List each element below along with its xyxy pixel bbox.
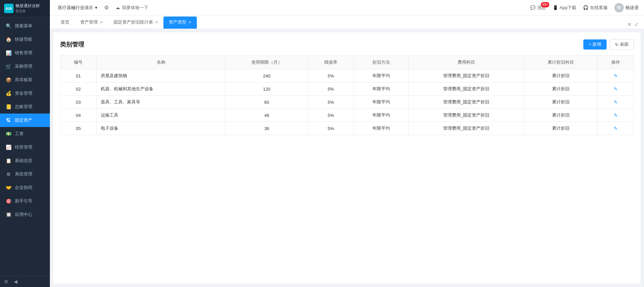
sidebar-item-ledger[interactable]: 📒 总账管理 <box>0 100 50 114</box>
sidebar-item-label: 系统管理 <box>15 171 32 177</box>
tab-label-depreciation-report: 固定资产折旧统计表 <box>114 19 153 25</box>
cell-cost-account: 管理费用_固定资产折旧 <box>408 96 524 109</box>
sidebar-item-label: 基础信息 <box>15 158 32 164</box>
sidebar-item-label: 资金管理 <box>15 90 32 96</box>
cell-name: 机器、机械和其他生产设备 <box>96 83 225 96</box>
cell-cost-account: 管理费用_固定资产折旧 <box>408 122 524 135</box>
cell-residual: 5% <box>308 122 354 135</box>
sidebar-item-label: 库存核算 <box>15 77 32 83</box>
messages-btn[interactable]: 💬 消息 99+ <box>530 5 546 11</box>
cell-residual: 5% <box>308 69 354 83</box>
tab-asset-mgmt[interactable]: 资产管理✕ <box>75 17 108 29</box>
cell-accum-account: 累计折旧 <box>524 83 597 96</box>
quick-nav-icon: 🏠 <box>5 36 11 42</box>
cell-months: 120 <box>225 83 308 96</box>
cell-actions[interactable]: ✎ <box>597 83 634 96</box>
online-service-btn[interactable]: 🎧 在线客服 <box>583 5 608 11</box>
cell-residual: 5% <box>308 83 354 96</box>
sidebar: AtA 畅捷通好业财 普及版 🔍 搜索菜单 🏠 快捷导航 📊 销售管理 🛒 采购… <box>0 0 50 287</box>
edit-icon[interactable]: ✎ <box>614 99 618 105</box>
topbar: 医疗器械行业演示 ▾ ⚙ ☁ 我要体验一下 💬 消息 99+ 📱 App下载 🎧… <box>50 0 644 15</box>
cell-id: 02 <box>60 83 97 96</box>
sidebar-item-purchase[interactable]: 🛒 采购管理 <box>0 60 50 73</box>
message-badge: 99+ <box>541 2 549 7</box>
cell-actions[interactable]: ✎ <box>597 69 634 83</box>
cell-name: 器具、工具、家具等 <box>96 96 225 109</box>
cell-accum-account: 累计折旧 <box>524 122 597 135</box>
ledger-icon: 📒 <box>5 104 11 110</box>
purchase-icon: 🛒 <box>5 63 11 69</box>
funds-icon: 💰 <box>5 90 11 96</box>
sidebar-item-payroll[interactable]: 💵 工资 <box>0 127 50 140</box>
main-content: 医疗器械行业演示 ▾ ⚙ ☁ 我要体验一下 💬 消息 99+ 📱 App下载 🎧… <box>50 0 644 287</box>
sidebar-item-enterprise[interactable]: 🤝 企业协同 <box>0 181 50 194</box>
sales-icon: 📊 <box>5 50 11 56</box>
cell-months: 240 <box>225 69 308 83</box>
sidebar-item-label: 搜索菜单 <box>15 23 32 29</box>
avatar: 畅 <box>614 3 624 12</box>
collapse-icon[interactable]: ◀ <box>14 279 18 284</box>
headset-icon: 🎧 <box>583 5 588 10</box>
experience-btn[interactable]: ☁ 我要体验一下 <box>116 5 148 11</box>
tab-label-asset-type: 资产类型 <box>169 19 186 25</box>
sidebar-item-apps[interactable]: 🔲 应用中心 <box>0 208 50 221</box>
sidebar-item-label: 企业协同 <box>15 185 32 191</box>
header-actions: + 新增 ↻ 刷新 <box>583 39 634 50</box>
cell-cost-account: 管理费用_固定资产折旧 <box>408 69 524 83</box>
tab-depreciation-report[interactable]: 固定资产折旧统计表✕ <box>108 17 163 29</box>
sidebar-item-basic-info[interactable]: 📋 基础信息 <box>0 154 50 167</box>
table-row: 05 电子设备 36 5% 年限平均 管理费用_固定资产折旧 累计折旧 ✎ <box>60 122 634 135</box>
company-selector[interactable]: 医疗器械行业演示 ▾ <box>55 3 100 12</box>
cell-months: 36 <box>225 122 308 135</box>
maximize-window-icon[interactable]: ⤢ <box>634 22 639 27</box>
edit-icon[interactable]: ✎ <box>614 73 618 78</box>
tab-home[interactable]: 首页 <box>55 17 75 29</box>
cell-actions[interactable]: ✎ <box>597 109 634 122</box>
inventory-icon: 📦 <box>5 77 11 83</box>
table-row: 01 房屋及建筑物 240 5% 年限平均 管理费用_固定资产折旧 累计折旧 ✎ <box>60 69 634 83</box>
refresh-button[interactable]: ↻ 刷新 <box>610 39 634 50</box>
table-header: 名称 <box>96 56 225 69</box>
close-tab-asset-mgmt[interactable]: ✕ <box>100 21 103 24</box>
sidebar-item-guide[interactable]: 🎯 新手引导 <box>0 194 50 208</box>
enterprise-icon: 🤝 <box>5 185 11 191</box>
settings-icon[interactable]: ⚙ <box>4 279 8 284</box>
table-header: 累计折旧科目 <box>524 56 597 69</box>
close-tab-asset-type[interactable]: ✕ <box>188 21 191 24</box>
sidebar-item-quick-nav[interactable]: 🏠 快捷导航 <box>0 33 50 46</box>
sidebar-item-sales[interactable]: 📊 销售管理 <box>0 46 50 60</box>
sidebar-item-search[interactable]: 🔍 搜索菜单 <box>0 19 50 33</box>
sidebar-item-inventory[interactable]: 📦 库存核算 <box>0 73 50 87</box>
close-window-icon[interactable]: ✕ <box>627 22 632 27</box>
table-header: 费用科目 <box>408 56 524 69</box>
sidebar-item-funds[interactable]: 💰 资金管理 <box>0 87 50 100</box>
cell-actions[interactable]: ✎ <box>597 122 634 135</box>
sidebar-item-fixed-assets[interactable]: 🏗 固定资产 <box>0 114 50 127</box>
table-header: 残值率 <box>308 56 354 69</box>
edit-icon[interactable]: ✎ <box>614 86 618 92</box>
app-download-btn[interactable]: 📱 App下载 <box>553 5 576 11</box>
cell-id: 05 <box>60 122 97 135</box>
asset-type-table: 编号名称使用期限（月）残值率折旧方法费用科目累计折旧科目操作 01 房屋及建筑物… <box>60 55 634 135</box>
fixed-assets-icon: 🏗 <box>5 117 11 123</box>
close-tab-depreciation-report[interactable]: ✕ <box>155 21 158 24</box>
sidebar-item-operations[interactable]: 📈 经营管理 <box>0 140 50 154</box>
settings-icon[interactable]: ⚙ <box>104 4 109 11</box>
tab-label-asset-mgmt: 资产管理 <box>80 19 98 25</box>
user-menu[interactable]: 畅 畅捷通 <box>614 3 639 12</box>
cell-method: 年限平均 <box>354 109 408 122</box>
system-icon: ⚙ <box>5 171 11 177</box>
edit-icon[interactable]: ✎ <box>614 113 618 118</box>
cloud-icon: ☁ <box>116 5 120 10</box>
new-button[interactable]: + 新增 <box>583 39 607 50</box>
cell-name: 房屋及建筑物 <box>96 69 225 83</box>
window-controls: ✕ ⤢ <box>627 22 639 29</box>
search-icon: 🔍 <box>5 23 11 29</box>
sidebar-item-system[interactable]: ⚙ 系统管理 <box>0 167 50 181</box>
tab-asset-type[interactable]: 资产类型✕ <box>163 17 197 29</box>
payroll-icon: 💵 <box>5 131 11 137</box>
edit-icon[interactable]: ✎ <box>614 126 618 131</box>
sidebar-nav: 🔍 搜索菜单 🏠 快捷导航 📊 销售管理 🛒 采购管理 📦 库存核算 💰 资金管… <box>0 17 50 276</box>
table-row: 04 运输工具 48 5% 年限平均 管理费用_固定资产折旧 累计折旧 ✎ <box>60 109 634 122</box>
cell-actions[interactable]: ✎ <box>597 96 634 109</box>
